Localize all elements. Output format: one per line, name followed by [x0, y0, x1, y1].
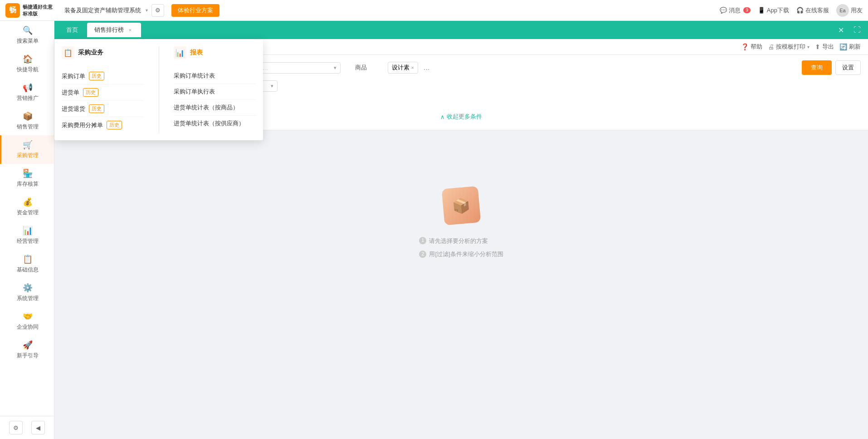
sidebar: 🔍 搜索菜单 🏠 快捷导航 📢 营销推广 📦 销售管理 🛒 采购管理 🏪 库存核… [0, 21, 54, 439]
status-dropdown-arrow: ▾ [334, 65, 336, 71]
guide-icon: 🚀 [23, 340, 33, 350]
main-content: 首页 销售排行榜 × ✕ ⛶ ❓ 帮助 🖨 按模板打印 [54, 21, 868, 439]
tab-bar: 首页 销售排行榜 × ✕ ⛶ [54, 21, 868, 39]
help-icon: ❓ [741, 43, 749, 50]
online-service-button[interactable]: 🎧 在线客服 [796, 6, 829, 15]
tab-sales-rank[interactable]: 销售排行榜 × [87, 23, 141, 37]
industry-button[interactable]: 体验行业方案 [171, 4, 219, 17]
purchase-dropdown-menu: 📋 采购业务 采购订单 历史 进货单 历史 进货退货 [54, 39, 263, 140]
system-name-area: 装备及固定资产辅助管理系统 ▾ ⚙ 体验行业方案 [64, 4, 219, 17]
dropdown-item-stock-return[interactable]: 进货退货 历史 [62, 101, 144, 117]
sidebar-item-basicinfo[interactable]: 📋 基础信息 [0, 250, 54, 278]
step-1-num: 1 [419, 237, 426, 244]
report-col-header: 📊 报表 [174, 46, 256, 63]
empty-icon-inner: 📦 [442, 186, 481, 225]
setting-button[interactable]: 设置 [835, 60, 861, 75]
print-dropdown-arrow[interactable]: ▾ [807, 44, 809, 49]
step-2-num: 2 [419, 251, 426, 258]
sidebar-bottom: ⚙ ◀ [0, 416, 54, 439]
app-download-button[interactable]: 📱 App下载 [758, 6, 789, 15]
help-button[interactable]: ❓ 帮助 [741, 43, 762, 51]
basicinfo-icon: 📋 [23, 254, 33, 264]
phone-icon: 📱 [758, 7, 765, 14]
dropdown-divider [159, 46, 159, 133]
sidebar-item-system[interactable]: ⚙️ 系统管理 [0, 278, 54, 307]
history-badge-1: 历史 [83, 88, 98, 97]
history-badge-2: 历史 [89, 104, 104, 113]
history-badge-3: 历史 [107, 121, 122, 129]
sidebar-settings-button[interactable]: ⚙ [9, 421, 23, 434]
system-name: 装备及固定资产辅助管理系统 [64, 6, 141, 15]
search-icon: 🔍 [23, 25, 33, 35]
empty-illustration: 📦 [434, 183, 488, 228]
tab-home[interactable]: 首页 [59, 23, 85, 37]
print-button[interactable]: 🖨 按模板打印 ▾ [768, 43, 809, 51]
sidebar-item-sales[interactable]: 📦 销售管理 [0, 107, 54, 135]
tab-bar-right: ✕ ⛶ [834, 24, 863, 36]
marketing-icon: 📢 [23, 83, 33, 93]
refresh-button[interactable]: 🔄 刷新 [839, 43, 861, 51]
logo-icon: 畅 [5, 3, 20, 18]
system-dropdown-arrow[interactable]: ▾ [146, 8, 148, 13]
sidebar-item-purchase[interactable]: 🛒 采购管理 [0, 135, 54, 164]
operations-icon: 📊 [23, 226, 33, 236]
message-icon: 💬 [720, 7, 727, 14]
export-button[interactable]: ⬆ 导出 [815, 43, 834, 51]
tab-close-button[interactable]: × [127, 26, 134, 34]
purchase-col-header: 📋 采购业务 [62, 46, 144, 63]
sidebar-item-quicknav[interactable]: 🏠 快捷导航 [0, 49, 54, 78]
history-badge-0: 历史 [89, 72, 104, 80]
sales-icon: 📦 [23, 111, 33, 121]
fullscreen-button[interactable]: ⛶ [851, 24, 863, 36]
status-select[interactable]: ... ▾ [259, 62, 341, 74]
product-tag: 设计素 × [388, 62, 418, 74]
close-window-button[interactable]: ✕ [834, 24, 847, 36]
product-tag-close[interactable]: × [411, 65, 414, 70]
sidebar-item-operations[interactable]: 📊 经营管理 [0, 221, 54, 250]
purchase-col-icon: 📋 [62, 46, 74, 59]
sidebar-item-inventory[interactable]: 🏪 库存核算 [0, 164, 54, 192]
logo: 畅 畅捷通好生意 标准版 [5, 3, 60, 18]
report-col-icon: 📊 [174, 46, 186, 59]
layout: 🔍 搜索菜单 🏠 快捷导航 📢 营销推广 📦 销售管理 🛒 采购管理 🏪 库存核… [0, 21, 868, 439]
home-icon: 🏠 [23, 54, 33, 64]
sidebar-item-guide[interactable]: 🚀 新手引导 [0, 335, 54, 364]
dropdown-columns: 📋 采购业务 采购订单 历史 进货单 历史 进货退货 [62, 46, 256, 133]
inventory-icon: 🏪 [23, 168, 33, 178]
query-button[interactable]: 查询 [802, 60, 832, 75]
export-icon: ⬆ [815, 43, 820, 50]
dropdown-item-stock-in[interactable]: 进货单 历史 [62, 84, 144, 101]
dropdown-item-stock-stats-supplier[interactable]: 进货单统计表（按供应商） [174, 116, 256, 131]
empty-text: 1 请先选择要分析的方案 2 用[过滤]条件来缩小分析范围 [419, 236, 503, 260]
collapse-arrow-icon: ∧ [440, 113, 445, 120]
user-avatar: Ea [836, 4, 849, 17]
system-gear-button[interactable]: ⚙ [151, 4, 164, 17]
empty-state: 📦 1 请先选择要分析的方案 2 用[过滤]条件来缩小分析范围 [54, 130, 868, 312]
empty-box-icon: 📦 [451, 196, 471, 215]
sidebar-item-finance[interactable]: 💰 资金管理 [0, 192, 54, 221]
report-col: 📊 报表 采购订单统计表 采购订单执行表 进货单统计表（按商品） [174, 46, 256, 133]
sidebar-item-search[interactable]: 🔍 搜索菜单 [0, 21, 54, 49]
print-icon: 🖨 [768, 43, 774, 50]
dropdown-item-order-stats[interactable]: 采购订单统计表 [174, 68, 256, 84]
dropdown-item-purchase-order[interactable]: 采购订单 历史 [62, 68, 144, 84]
dropdown-item-purchase-expense[interactable]: 采购费用分摊单 历史 [62, 117, 144, 133]
salesperson-dropdown-arrow: ▾ [271, 83, 273, 89]
topbar-right: 💬 消息 9 📱 App下载 🎧 在线客服 Ea 用友 [720, 4, 863, 17]
system-icon: ⚙️ [23, 283, 33, 293]
product-ellipsis[interactable]: ... [424, 64, 429, 72]
headset-icon: 🎧 [796, 7, 804, 14]
purchase-icon: 🛒 [23, 140, 33, 150]
message-badge: 9 [743, 7, 751, 13]
product-label: 商品 [355, 64, 382, 72]
user-area[interactable]: Ea 用友 [836, 4, 863, 17]
dropdown-item-stock-stats-product[interactable]: 进货单统计表（按商品） [174, 100, 256, 116]
sidebar-collapse-button[interactable]: ◀ [31, 421, 45, 434]
sidebar-item-enterprise[interactable]: 🤝 企业协同 [0, 307, 54, 335]
dropdown-item-order-execute[interactable]: 采购订单执行表 [174, 84, 256, 100]
filter-actions: 查询 设置 [802, 60, 861, 75]
logo-text: 畅捷通好生意 标准版 [23, 4, 53, 17]
message-button[interactable]: 💬 消息 9 [720, 6, 751, 15]
sidebar-item-marketing[interactable]: 📢 营销推广 [0, 78, 54, 107]
status-placeholder: ... [263, 64, 268, 71]
